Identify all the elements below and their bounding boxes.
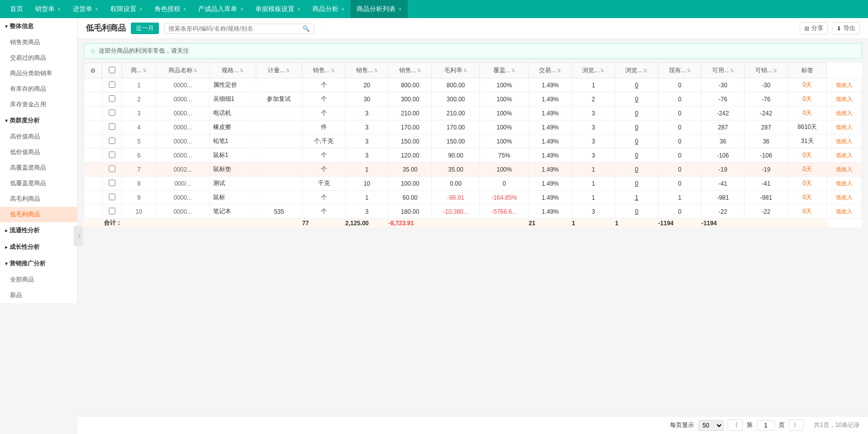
col-sale-profit[interactable]: 销售...⇅	[389, 63, 432, 78]
cell-view1[interactable]: 0	[615, 78, 658, 92]
cell-checkbox[interactable]	[102, 134, 122, 149]
col-spec[interactable]: 规格...⇅	[210, 63, 256, 78]
cell-view1[interactable]: 1	[615, 191, 658, 205]
nav-product-analysis-close[interactable]: ×	[341, 7, 344, 12]
sidebar-item-category-rate[interactable]: 商品分类助销率	[0, 66, 77, 81]
nav-home[interactable]: 首页	[4, 0, 29, 18]
row-checkbox[interactable]	[109, 152, 115, 158]
cell-checkbox[interactable]	[102, 120, 122, 134]
nav-purchase[interactable]: 进货单 ×	[67, 0, 104, 18]
search-icon[interactable]: 🔍	[302, 25, 310, 32]
sidebar-item-low-value[interactable]: 低价值商品	[0, 144, 77, 160]
nav-roles-close[interactable]: ×	[184, 7, 187, 12]
col-available[interactable]: 可用...⇅	[702, 63, 745, 78]
col-unit[interactable]: 计量...⇅	[256, 63, 302, 78]
sort-icon-14[interactable]: ⇅	[730, 68, 734, 73]
sort-icon-13[interactable]: ⇅	[687, 68, 691, 73]
cell-view1[interactable]: 0	[615, 92, 658, 106]
cell-view1[interactable]: 0	[615, 149, 658, 163]
cell-name[interactable]: 笔记本	[210, 205, 256, 219]
col-code[interactable]: 商...⇅	[122, 63, 156, 78]
cell-checkbox[interactable]	[102, 149, 122, 163]
row-checkbox[interactable]	[109, 137, 115, 144]
sidebar-group-marketing[interactable]: ▾ 营销推广分析	[0, 255, 77, 272]
sort-icon-9[interactable]: ⇅	[511, 68, 515, 73]
cell-name[interactable]: 铅笔1	[210, 134, 256, 149]
row-checkbox[interactable]	[109, 81, 115, 88]
row-checkbox[interactable]	[109, 166, 115, 172]
sort-icon-7[interactable]: ⇅	[417, 68, 421, 73]
col-current[interactable]: 现有...⇅	[658, 63, 702, 78]
row-checkbox[interactable]	[109, 208, 115, 214]
sidebar-item-traded-products[interactable]: 交易过的商品	[0, 50, 77, 66]
sidebar-item-stocked-products[interactable]: 有库存的商品	[0, 81, 77, 97]
nav-roles[interactable]: 角色授权 ×	[148, 0, 193, 18]
nav-template-close[interactable]: ×	[297, 7, 300, 12]
nav-permissions-close[interactable]: ×	[139, 7, 142, 12]
cell-view1[interactable]: 0	[615, 106, 658, 120]
share-btn[interactable]: ⊞ 分享	[800, 22, 828, 35]
sidebar-collapse-btn[interactable]: 《	[74, 226, 83, 246]
sort-icon-2[interactable]: ⇅	[194, 68, 198, 73]
col-checkbox-header[interactable]	[102, 63, 122, 78]
cell-view1[interactable]: 0	[615, 205, 658, 219]
col-view2[interactable]: 浏览...⇅	[615, 63, 658, 78]
row-checkbox[interactable]	[109, 95, 115, 102]
sort-icon-15[interactable]: ⇅	[773, 68, 777, 73]
next-page-btn[interactable]: 〉	[789, 419, 804, 431]
col-saleable[interactable]: 可销...⇅	[745, 63, 788, 78]
sort-icon-4[interactable]: ⇅	[286, 68, 290, 73]
nav-purchase-close[interactable]: ×	[95, 7, 98, 12]
cell-checkbox[interactable]	[102, 78, 122, 92]
nav-product-entry-close[interactable]: ×	[240, 7, 243, 12]
cell-view1[interactable]: 0	[615, 120, 658, 134]
cell-view1[interactable]: 0	[615, 177, 658, 191]
row-checkbox[interactable]	[109, 180, 115, 186]
sort-icon-10[interactable]: ⇅	[557, 68, 561, 73]
data-table-wrapper[interactable]: ⚙ 商...⇅ 商品名称⇅ 规格...⇅ 计量...⇅ 销售...⇅ 销售...…	[84, 63, 862, 412]
cell-checkbox[interactable]	[102, 163, 122, 177]
sidebar-group-overall[interactable]: ▾ 整体信息	[0, 18, 77, 35]
sidebar-item-sales-products[interactable]: 销售类商品	[0, 35, 77, 50]
col-view1[interactable]: 浏览...⇅	[572, 63, 615, 78]
sidebar-item-new-products[interactable]: 新品	[0, 287, 77, 303]
cell-checkbox[interactable]	[102, 177, 122, 191]
cell-name[interactable]: 橡皮擦	[210, 120, 256, 134]
cell-checkbox[interactable]	[102, 106, 122, 120]
sidebar-group-flow[interactable]: ▸ 流通性分析	[0, 222, 77, 239]
sidebar-item-high-value[interactable]: 高价值商品	[0, 129, 77, 144]
sidebar-item-high-coverage[interactable]: 高覆盖度商品	[0, 160, 77, 176]
prev-page-btn[interactable]: 〈	[728, 419, 743, 431]
page-input[interactable]	[757, 420, 775, 430]
cell-checkbox[interactable]	[102, 191, 122, 205]
col-name[interactable]: 商品名称⇅	[156, 63, 210, 78]
col-trade[interactable]: 交易...⇅	[529, 63, 572, 78]
cell-name[interactable]: 电话机	[210, 106, 256, 120]
sidebar-item-low-coverage[interactable]: 低覆盖度商品	[0, 176, 77, 191]
sort-icon-12[interactable]: ⇅	[643, 68, 647, 73]
sidebar-group-growth[interactable]: ▸ 成长性分析	[0, 239, 77, 255]
cell-name[interactable]: 鼠标垫	[210, 163, 256, 177]
sort-icon-5[interactable]: ⇅	[331, 68, 335, 73]
nav-product-entry[interactable]: 产成品入库单 ×	[192, 0, 249, 18]
sort-icon-6[interactable]: ⇅	[374, 68, 378, 73]
sidebar-group-cluster[interactable]: ▾ 类群度分析	[0, 112, 77, 129]
nav-sales[interactable]: 销货单 ×	[29, 0, 67, 18]
settings-icon[interactable]: ⚙	[90, 67, 96, 74]
cell-checkbox[interactable]	[102, 205, 122, 219]
search-box[interactable]: 🔍	[164, 24, 314, 34]
col-settings[interactable]: ⚙	[84, 63, 102, 78]
cell-view1[interactable]: 0	[615, 163, 658, 177]
row-checkbox[interactable]	[109, 109, 115, 116]
sidebar-item-low-margin[interactable]: 低毛利商品	[0, 207, 77, 222]
sidebar-item-inventory-capital[interactable]: 库存资金占用	[0, 97, 77, 112]
cell-name[interactable]: 吴细细1	[210, 92, 256, 106]
search-input[interactable]	[168, 25, 302, 32]
cell-view1[interactable]: 0	[615, 134, 658, 149]
sort-icon[interactable]: ⇅	[143, 68, 147, 73]
sidebar-item-high-margin[interactable]: 高毛利商品	[0, 191, 77, 207]
nav-sales-close[interactable]: ×	[58, 7, 61, 12]
col-coverage[interactable]: 覆盖...⇅	[480, 63, 529, 78]
export-btn[interactable]: ⬇ 导出	[832, 22, 860, 35]
cell-name[interactable]: 测试	[210, 177, 256, 191]
